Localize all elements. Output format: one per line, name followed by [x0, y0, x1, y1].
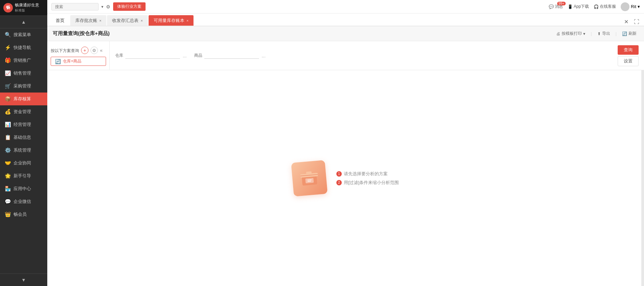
print-icon: 🖨: [556, 31, 560, 36]
brand-name: 畅康通好生意: [15, 3, 39, 8]
page-header-actions: 🖨 按模板打印 ▾ | ⬆ 导出 | 🔄 刷新: [554, 30, 639, 37]
message-badge: 99+: [557, 2, 566, 5]
filter-scheme-label: 按以下方案查询: [51, 48, 79, 54]
sidebar-item-label: 采购管理: [14, 83, 31, 89]
print-dropdown-icon: ▾: [583, 31, 585, 36]
filter-actions: + ⚙ «: [81, 47, 103, 54]
tab-home[interactable]: 首页: [51, 15, 70, 26]
topbar-search-input[interactable]: [51, 3, 99, 10]
svg-rect-2: [306, 171, 312, 175]
topbar-message-btn[interactable]: 💬 消息 99+: [549, 4, 563, 9]
topbar-dropdown-btn[interactable]: ▾: [101, 4, 103, 9]
sidebar-item-search[interactable]: 🔍搜索菜单: [0, 28, 47, 41]
user-menu-btn[interactable]: Rit ▾: [621, 2, 640, 11]
filter-left-panel: 按以下方案查询 + ⚙ « 🔄仓库+商品: [47, 41, 110, 70]
member-icon: 👑: [5, 211, 11, 217]
warehouse-filter-field: 仓库 ...: [115, 52, 187, 59]
query-btn[interactable]: 查询: [618, 45, 639, 55]
sidebar-item-label: 企业微信: [14, 199, 31, 205]
scheme-icon-warehouse-goods: 🔄: [55, 59, 61, 64]
refresh-icon: 🔄: [622, 31, 627, 36]
online-service-btn[interactable]: 🎧 在线客服: [594, 4, 616, 9]
empty-illustration: [291, 160, 328, 196]
app-download-btn[interactable]: 📱 App下载: [568, 4, 589, 9]
filter-collapse-btn[interactable]: «: [100, 48, 103, 53]
print-btn[interactable]: 🖨 按模板打印 ▾: [554, 30, 587, 37]
tab-deposit-summary[interactable]: 收发存汇总表×: [107, 15, 148, 26]
right-scrollbar[interactable]: [641, 70, 644, 286]
user-avatar: [621, 2, 629, 11]
export-btn[interactable]: ⬆ 导出: [595, 30, 612, 37]
appstore-icon: 🏪: [5, 186, 11, 192]
filter-right-panel: 仓库 ... 商品 ... 查询 设置: [110, 41, 644, 70]
refresh-btn[interactable]: 🔄 刷新: [620, 30, 639, 37]
sidebar: 畅 畅康通好生意 标准版 ▲ 🔍搜索菜单⚡快捷导航🎁营销推广📈销售管理🛒采购管理…: [0, 0, 47, 286]
page-header: 可用量查询(按仓库+商品) 🖨 按模板打印 ▾ | ⬆ 导出 | 🔄 刷新: [47, 26, 644, 41]
topbar-gear-btn[interactable]: ⚙: [106, 4, 110, 9]
filter-schemes: 🔄仓库+商品: [51, 57, 106, 66]
sidebar-scroll-up[interactable]: ▲: [19, 17, 28, 27]
tab-close-available-ledger[interactable]: ×: [186, 19, 188, 23]
filter-scheme-warehouse-goods[interactable]: 🔄仓库+商品: [51, 57, 106, 66]
sidebar-item-inventory[interactable]: 📦库存核算: [0, 93, 47, 105]
sidebar-item-finance[interactable]: 💰资金管理: [0, 105, 47, 118]
sidebar-item-label: 企业协同: [14, 160, 31, 166]
topbar-right: 💬 消息 99+ 📱 App下载 🎧 在线客服 Rit ▾: [549, 2, 640, 11]
warehouse-more-btn[interactable]: ...: [182, 53, 187, 58]
sidebar-item-appstore[interactable]: 🏪应用中心: [0, 182, 47, 195]
finance-icon: 💰: [5, 109, 11, 115]
sidebar-scroll-down[interactable]: ▼: [19, 275, 28, 285]
tab-batch-ledger[interactable]: 库存批次账×: [70, 15, 106, 26]
close-tab-btn[interactable]: ✕: [623, 18, 630, 26]
empty-state: 1 请先选择要分析的方案 2 用[过滤]条件来缩小分析范围: [292, 161, 399, 195]
sidebar-item-wechat[interactable]: 💬企业微信: [0, 195, 47, 208]
warehouse-label: 仓库: [115, 53, 123, 58]
sidebar-item-member[interactable]: 👑畅会员: [0, 208, 47, 221]
search-icon: 🔍: [5, 32, 11, 38]
main-area: ▾ ⚙ 体验行业方案 💬 消息 99+ 📱 App下载 🎧 在线客服 Rit ▾: [47, 0, 644, 286]
service-label: 在线客服: [600, 4, 616, 9]
operations-icon: 📊: [5, 122, 11, 128]
filter-area: 按以下方案查询 + ⚙ « 🔄仓库+商品 仓库 ... 商品: [47, 41, 644, 70]
sales-icon: 📈: [5, 70, 11, 76]
expand-tab-btn[interactable]: ⛶: [633, 18, 641, 26]
sidebar-item-label: 应用中心: [14, 186, 31, 192]
sidebar-item-quicknav[interactable]: ⚡快捷导航: [0, 41, 47, 54]
user-name: Rit: [631, 4, 636, 9]
tabs-bar: 首页库存批次账×收发存汇总表×可用量库存账本× ✕ ⛶: [47, 14, 644, 26]
industry-btn[interactable]: 体验行业方案: [113, 2, 146, 11]
sidebar-item-operations[interactable]: 📊经营管理: [0, 118, 47, 131]
sidebar-header: 畅 畅康通好生意 标准版: [0, 0, 47, 16]
filter-add-btn[interactable]: +: [81, 47, 88, 54]
sidebar-item-newbie[interactable]: 🌟新手引导: [0, 170, 47, 182]
sidebar-item-marketing[interactable]: 🎁营销推广: [0, 54, 47, 67]
query-settings-group: 查询 设置: [618, 45, 639, 66]
sidebar-item-label: 销售管理: [14, 70, 31, 76]
tab-close-deposit-summary[interactable]: ×: [140, 19, 143, 23]
sidebar-item-label: 系统管理: [14, 147, 31, 153]
basic-icon: 📋: [5, 134, 11, 140]
tab-available-ledger[interactable]: 可用量库存账本×: [149, 15, 194, 26]
sidebar-item-enterprise[interactable]: 🤝企业协同: [0, 157, 47, 170]
filter-setting-btn[interactable]: ⚙: [91, 47, 98, 54]
tab-label-batch-ledger: 库存批次账: [75, 18, 97, 24]
sidebar-scroll: 🔍搜索菜单⚡快捷导航🎁营销推广📈销售管理🛒采购管理📦库存核算💰资金管理📊经营管理…: [0, 28, 47, 274]
empty-tips: 1 请先选择要分析的方案 2 用[过滤]条件来缩小分析范围: [336, 171, 399, 186]
tab-close-batch-ledger[interactable]: ×: [99, 19, 101, 23]
sidebar-item-label: 库存核算: [14, 96, 31, 102]
warehouse-input[interactable]: [125, 52, 180, 59]
sidebar-item-purchase[interactable]: 🛒采购管理: [0, 80, 47, 93]
sidebar-item-label: 搜索菜单: [14, 32, 31, 38]
sidebar-item-label: 资金管理: [14, 109, 31, 115]
sidebar-item-system[interactable]: ⚙️系统管理: [0, 144, 47, 157]
user-dropdown-icon: ▾: [638, 4, 640, 9]
settings-btn[interactable]: 设置: [618, 56, 639, 66]
goods-more-btn[interactable]: ...: [261, 53, 266, 58]
goods-label: 商品: [194, 53, 202, 58]
goods-filter-field: 商品 ...: [194, 52, 266, 59]
scheme-label-warehouse-goods: 仓库+商品: [63, 58, 81, 64]
goods-input[interactable]: [204, 52, 259, 59]
sidebar-item-basic[interactable]: 📋基础信息: [0, 131, 47, 144]
sidebar-item-sales[interactable]: 📈销售管理: [0, 67, 47, 80]
enterprise-icon: 🤝: [5, 160, 11, 166]
